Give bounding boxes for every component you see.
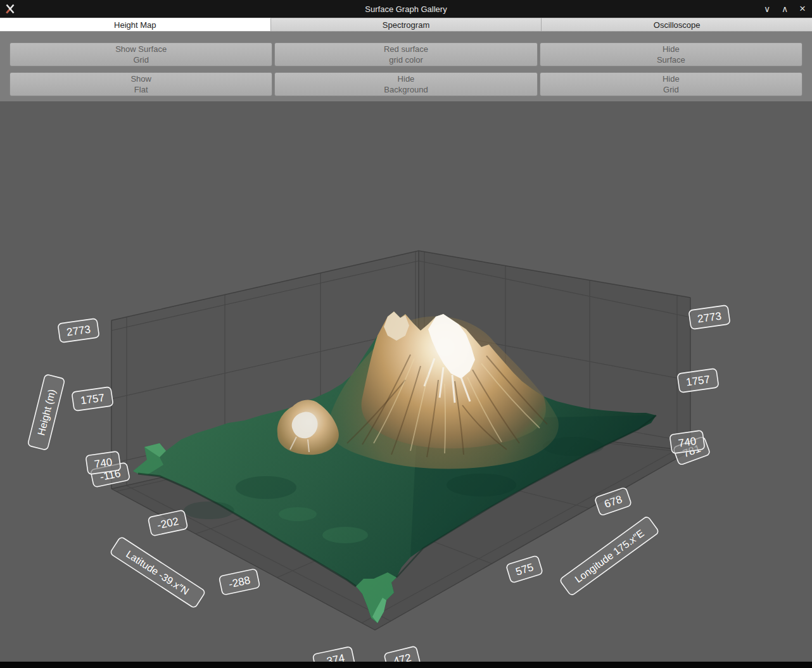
tab-bar: Height Map Spectrogram Oscilloscope	[0, 18, 812, 32]
svg-text:740: 740	[678, 435, 697, 450]
hide-surface-button[interactable]: Hide Surface	[540, 42, 802, 66]
minimize-button[interactable]: ∨	[761, 4, 773, 14]
height-axis-tick: 740	[669, 431, 705, 454]
show-surface-grid-button[interactable]: Show Surface Grid	[10, 42, 272, 66]
button-label-line: Show	[130, 74, 151, 84]
tab-spectrogram[interactable]: Spectrogram	[271, 18, 542, 31]
maximize-button[interactable]: ∧	[779, 4, 790, 14]
button-label-line: Grid	[133, 55, 149, 65]
surface-chart[interactable]: 2773 1757 -116 740 Height (m)	[0, 101, 812, 662]
tab-oscilloscope[interactable]: Oscilloscope	[542, 18, 812, 31]
button-label-line: Flat	[134, 85, 148, 95]
window-title: Surface Graph Gallery	[0, 4, 812, 14]
button-label-line: Grid	[663, 85, 679, 95]
hide-grid-button[interactable]: Hide Grid	[540, 72, 802, 96]
svg-text:740: 740	[94, 456, 113, 470]
app-window: Surface Graph Gallery ∨ ∧ × Height Map S…	[0, 0, 812, 668]
button-label-line: Hide	[663, 44, 680, 54]
button-label-line: Show Surface	[115, 44, 167, 54]
button-label-line: grid color	[389, 55, 422, 65]
button-label-line: Red surface	[384, 44, 428, 54]
window-controls: ∨ ∧ ×	[761, 0, 808, 18]
show-flat-button[interactable]: Show Flat	[10, 72, 272, 96]
button-panel: Show Surface Grid Red surface grid color…	[0, 32, 812, 101]
title-bar: Surface Graph Gallery ∨ ∧ ×	[0, 0, 812, 18]
button-label-line: Hide	[663, 74, 680, 84]
button-label-line: Hide	[398, 74, 415, 84]
bottom-edge	[0, 662, 812, 668]
app-icon[interactable]	[4, 3, 16, 15]
red-surface-grid-color-button[interactable]: Red surface grid color	[274, 42, 537, 66]
tab-height-map[interactable]: Height Map	[0, 18, 271, 31]
height-axis-tick: 740	[86, 451, 121, 475]
button-label-line: Background	[384, 85, 428, 95]
surface-3d-canvas[interactable]: 2773 1757 -116 740 Height (m)	[0, 101, 812, 662]
x11-logo-icon	[5, 4, 15, 14]
button-label-line: Surface	[657, 55, 685, 65]
close-button[interactable]: ×	[797, 3, 808, 15]
hide-background-button[interactable]: Hide Background	[274, 72, 537, 96]
